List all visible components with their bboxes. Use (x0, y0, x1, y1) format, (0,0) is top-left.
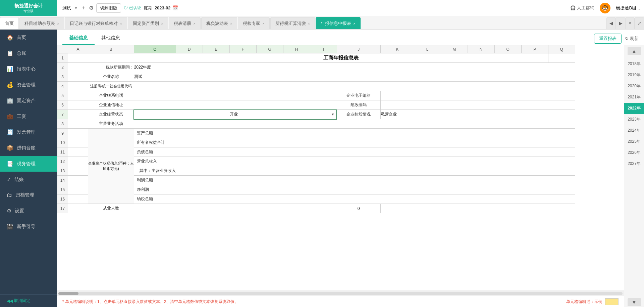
cell-8c[interactable] (134, 119, 337, 129)
cell-13j[interactable] (337, 166, 575, 176)
cell-8a[interactable] (68, 119, 88, 129)
cell-4j[interactable] (337, 82, 575, 91)
year-item-2020[interactable]: 2020年 (624, 81, 644, 92)
cell-2j[interactable] (337, 63, 575, 72)
cell-17c[interactable] (134, 204, 337, 213)
year-item-2021[interactable]: 2021年 (624, 92, 644, 103)
tab-income-tax-close[interactable]: × (308, 21, 310, 26)
cell-12a[interactable] (68, 157, 88, 166)
cell-8j[interactable] (337, 119, 575, 129)
refresh-button[interactable]: ↻ 刷新 (625, 34, 639, 44)
tab-fixed-assets-close[interactable]: × (161, 21, 163, 26)
add-tab-button[interactable]: ＋ (81, 4, 86, 11)
year-item-2018[interactable]: 2018年 (624, 58, 644, 70)
cell-5b[interactable]: 企业联系电话 (88, 91, 134, 100)
tab-tax-wave-close[interactable]: × (230, 21, 232, 26)
cell-16j[interactable] (337, 194, 575, 204)
sidebar-item-settings[interactable]: ⚙ 设置 (0, 203, 57, 219)
cell-15d[interactable] (176, 185, 337, 194)
cell-6a[interactable] (68, 100, 88, 110)
tab-prev-button[interactable]: ◀ (606, 17, 616, 29)
cell-7b[interactable]: 企业经营状态 (88, 110, 134, 119)
horizontal-scrollbar[interactable] (57, 291, 624, 296)
sidebar-item-salary[interactable]: 💼 工资 (0, 108, 57, 124)
sub-tab-basic[interactable]: 基础信息 (62, 32, 95, 45)
cell-15a[interactable] (68, 185, 88, 194)
cell-14c[interactable]: 利润总额 (134, 176, 176, 185)
cell-6b[interactable]: 企业通信地址 (88, 100, 134, 110)
cell-2b[interactable]: 税款所属期间： (88, 63, 134, 72)
cell-12d[interactable] (176, 157, 337, 166)
cell-6j[interactable]: 邮政编码 (337, 100, 380, 110)
cell-4a[interactable] (68, 82, 88, 91)
tab-tax-table[interactable]: 税表清册 × (169, 17, 200, 29)
sidebar-item-ledger[interactable]: 📋 总账 (0, 45, 57, 61)
year-scroll-up-button[interactable]: ▲ (628, 47, 641, 55)
cell-17k[interactable] (380, 204, 575, 213)
year-item-2022[interactable]: 2022年 (624, 103, 644, 114)
cell-15j[interactable] (337, 185, 575, 194)
tab-auxiliary[interactable]: 科目辅助余额表 × (19, 17, 64, 29)
cell-9a[interactable] (68, 129, 88, 138)
cell-14j[interactable] (337, 176, 575, 185)
cell-17j[interactable]: 0 (337, 204, 380, 213)
year-scroll-down-button[interactable]: ▼ (628, 298, 641, 306)
cell-12c[interactable]: 营业总收入 (134, 157, 176, 166)
tab-tax-table-close[interactable]: × (193, 21, 195, 26)
spreadsheet-scroll[interactable]: A B C D E F G H I J (57, 45, 624, 291)
cell-7c[interactable]: 开业 ▼ (134, 110, 337, 119)
cell-11j[interactable] (337, 147, 575, 157)
cell-3a[interactable] (68, 72, 88, 82)
cell-3c[interactable]: 测试 (134, 72, 337, 82)
cell-12j[interactable] (337, 157, 575, 166)
cell-10a[interactable] (68, 138, 88, 147)
dropdown-arrow-icon[interactable]: ▼ (331, 113, 334, 116)
sidebar-item-reports[interactable]: 📊 报表中心 (0, 61, 57, 77)
cell-9c[interactable]: 资产总额 (134, 129, 176, 138)
cell-16c[interactable]: 纳税总额 (134, 194, 176, 204)
year-item-2024[interactable]: 2024年 (624, 125, 644, 136)
sidebar-item-invoice[interactable]: 🧾 发票管理 (0, 124, 57, 140)
cell-15c[interactable]: 净利润 (134, 185, 176, 194)
cell-17a[interactable] (68, 204, 88, 213)
service-button[interactable]: 🎧 人工咨询 (570, 5, 594, 11)
cell-6c[interactable] (134, 100, 337, 110)
sidebar-item-sales[interactable]: 📦 进销台账 (0, 140, 57, 156)
cell-5a[interactable] (68, 91, 88, 100)
year-item-2025[interactable]: 2025年 (624, 136, 644, 147)
scrollbar-thumb[interactable] (58, 292, 78, 295)
tab-annual-report-close[interactable]: × (353, 21, 355, 26)
col-header-c[interactable]: C (134, 45, 176, 53)
cell-1-title[interactable]: 工商年报信息表 (134, 53, 548, 63)
tab-income-tax[interactable]: 所得税汇算清缴 × (270, 17, 315, 29)
cell-2c[interactable]: 2022年度 (134, 63, 337, 72)
tab-home[interactable]: 首页 (0, 17, 19, 29)
chevron-down-icon[interactable]: ▼ (74, 5, 78, 10)
cell-7a[interactable] (68, 110, 88, 119)
sub-tab-other[interactable]: 其他信息 (95, 32, 127, 45)
settings-icon[interactable]: ⚙ (89, 5, 94, 11)
sidebar-item-tax[interactable]: 📑 税务管理 (0, 156, 57, 172)
tab-fixed-assets[interactable]: 固定资产类别 × (128, 17, 168, 29)
sidebar-item-fixed-assets[interactable]: 🏢 固定资产 (0, 93, 57, 108)
year-item-2027[interactable]: 2027年 (624, 158, 644, 169)
tab-next-button[interactable]: ▶ (616, 17, 625, 29)
cell-11a[interactable] (68, 147, 88, 157)
cell-5j[interactable]: 企业电子邮箱 (337, 91, 380, 100)
cell-13a[interactable] (68, 166, 88, 176)
cell-9d[interactable] (176, 129, 337, 138)
year-item-2026[interactable]: 2026年 (624, 147, 644, 158)
cell-11c[interactable]: 负债总额 (134, 147, 176, 157)
sidebar-item-guide[interactable]: 🎬 新手引导 (0, 219, 57, 234)
tab-tax-check[interactable]: 税检专家 × (238, 17, 269, 29)
cell-4c[interactable] (134, 82, 337, 91)
cell-8b[interactable]: 主营业务活动 (88, 119, 134, 129)
cell-5c[interactable] (134, 91, 337, 100)
cell-7j[interactable]: 企业控股情况 (337, 110, 380, 119)
tab-journal[interactable]: 日记账与银行对账单核对 × (65, 17, 127, 29)
tab-tax-check-close[interactable]: × (262, 21, 264, 26)
sidebar-item-archive[interactable]: 🗂 归档管理 (0, 187, 57, 203)
year-item-2019[interactable]: 2019年 (624, 70, 644, 81)
sidebar-item-funds[interactable]: 💰 资金管理 (0, 77, 57, 93)
tab-journal-close[interactable]: × (120, 21, 122, 26)
